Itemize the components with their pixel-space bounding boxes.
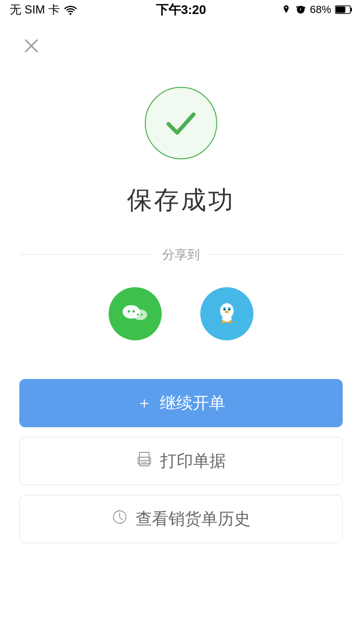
success-icon-circle bbox=[145, 87, 217, 159]
status-left: 无 SIM 卡 bbox=[10, 2, 77, 17]
plus-icon: ＋ bbox=[137, 392, 152, 414]
svg-point-25 bbox=[149, 459, 150, 460]
svg-point-17 bbox=[225, 311, 229, 313]
history-button-label: 查看销货单历史 bbox=[136, 508, 251, 530]
svg-rect-1 bbox=[350, 8, 352, 12]
svg-point-8 bbox=[133, 310, 135, 313]
alarm-icon bbox=[295, 4, 306, 15]
continue-button-label: 继续开单 bbox=[160, 392, 225, 414]
clock-icon bbox=[111, 509, 128, 529]
print-button[interactable]: 打印单据 bbox=[19, 437, 343, 485]
main-content: 保存成功 分享到 bbox=[0, 58, 362, 644]
svg-rect-21 bbox=[139, 461, 149, 466]
printer-icon bbox=[136, 451, 153, 471]
wifi-icon bbox=[64, 4, 77, 15]
share-label: 分享到 bbox=[162, 246, 200, 263]
share-icons-row bbox=[109, 287, 253, 340]
qq-share-button[interactable] bbox=[200, 287, 253, 340]
wechat-share-button[interactable] bbox=[109, 287, 162, 340]
svg-point-7 bbox=[128, 310, 130, 313]
divider-left bbox=[19, 254, 153, 255]
svg-point-15 bbox=[224, 309, 225, 310]
svg-rect-2 bbox=[336, 7, 346, 13]
status-bar: 无 SIM 卡 下午3:20 68% bbox=[0, 0, 362, 19]
location-icon bbox=[281, 4, 292, 15]
continue-button[interactable]: ＋ 继续开单 bbox=[19, 379, 343, 427]
action-buttons: ＋ 继续开单 打印单据 bbox=[19, 379, 343, 543]
svg-point-18 bbox=[221, 321, 226, 323]
success-title: 保存成功 bbox=[127, 183, 235, 217]
svg-point-6 bbox=[133, 309, 147, 320]
wechat-icon bbox=[119, 297, 152, 330]
checkmark-icon bbox=[162, 104, 200, 142]
share-divider: 分享到 bbox=[19, 246, 343, 263]
svg-point-9 bbox=[137, 314, 139, 316]
close-button[interactable] bbox=[19, 34, 43, 58]
history-button[interactable]: 查看销货单历史 bbox=[19, 495, 343, 543]
status-right: 68% bbox=[281, 3, 352, 16]
svg-point-10 bbox=[141, 314, 143, 316]
status-time: 下午3:20 bbox=[156, 1, 206, 18]
svg-rect-20 bbox=[139, 452, 149, 457]
battery-label: 68% bbox=[310, 3, 331, 16]
print-button-label: 打印单据 bbox=[160, 450, 226, 472]
svg-point-16 bbox=[229, 309, 230, 310]
divider-right bbox=[209, 254, 343, 255]
no-sim-label: 无 SIM 卡 bbox=[10, 2, 60, 17]
battery-icon bbox=[335, 5, 352, 14]
qq-icon bbox=[210, 297, 243, 330]
svg-point-19 bbox=[228, 321, 233, 323]
